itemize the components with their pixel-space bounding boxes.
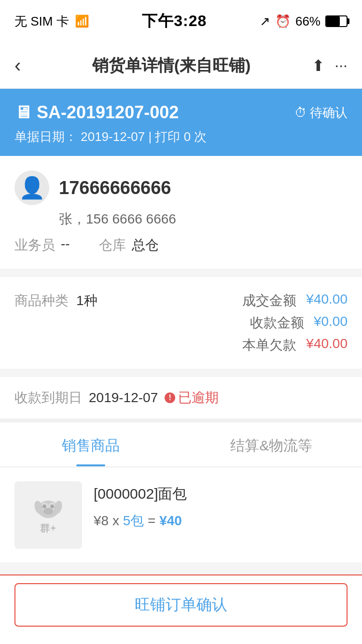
avatar: 👤 <box>14 170 49 205</box>
product-thumb-inner: 群+ <box>34 496 63 535</box>
share-button[interactable]: ⬆ <box>312 56 325 75</box>
owl-svg-icon <box>34 496 63 520</box>
carrier-text: 无 SIM 卡 <box>14 13 69 30</box>
order-icon: 🖥 <box>14 102 32 123</box>
alarm-icon: ⏰ <box>275 14 291 29</box>
nav-actions: ⬆ ··· <box>299 56 348 75</box>
owed-value: ¥40.00 <box>306 336 348 354</box>
amount-value: ¥40.00 <box>306 292 348 310</box>
received-value: ¥0.00 <box>314 314 348 332</box>
customer-section: 👤 17666666666 张，156 6666 6666 业务员 -- 仓库 … <box>0 156 362 269</box>
overdue-text: 已逾期 <box>178 389 219 407</box>
owed-label: 本单欠款 <box>242 336 296 354</box>
product-info: [0000002]面包 ¥8 x 5包 = ¥40 <box>94 481 348 530</box>
status-clock-icon: ⏱ <box>294 105 307 120</box>
product-name: [0000002]面包 <box>94 484 348 504</box>
quantity-text: 5包 <box>123 513 144 528</box>
owed-row: 本单欠款 ¥40.00 <box>242 336 348 354</box>
status-bar: 无 SIM 卡 📶 下午3:28 ↗ ⏰ 66% <box>0 0 362 42</box>
date-label: 单据日期： <box>14 129 77 144</box>
battery-percent: 66% <box>295 14 320 29</box>
product-price: ¥8 x 5包 = ¥40 <box>94 512 348 530</box>
date-value: 2019-12-07 <box>81 129 145 144</box>
tab-settlement-label: 结算&物流等 <box>230 437 312 453</box>
product-section: 群+ [0000002]面包 ¥8 x 5包 = ¥40 <box>0 468 362 562</box>
tab-sales[interactable]: 销售商品 <box>0 422 181 466</box>
equals-text: = <box>144 513 159 528</box>
sales-meta: 业务员 -- <box>14 236 70 254</box>
customer-row: 👤 17666666666 <box>14 170 348 205</box>
location-icon: ↗ <box>260 14 270 29</box>
status-time: 下午3:28 <box>142 11 207 32</box>
overdue-dot-icon: ! <box>165 392 175 403</box>
product-item: 群+ [0000002]面包 ¥8 x 5包 = ¥40 <box>14 481 348 549</box>
received-row: 收款金额 ¥0.00 <box>242 314 348 332</box>
tab-sales-label: 销售商品 <box>62 437 120 453</box>
brand-text: 群+ <box>40 522 56 535</box>
customer-meta: 业务员 -- 仓库 总仓 <box>14 236 348 254</box>
print-info: | 打印 0 次 <box>148 129 207 144</box>
due-date: 2019-12-07 <box>89 390 158 406</box>
warehouse-meta: 仓库 总仓 <box>99 236 159 254</box>
overdue-badge: ! 已逾期 <box>165 389 219 407</box>
due-label: 收款到期日 <box>14 389 82 407</box>
order-id-text: SA-20191207-002 <box>37 102 179 123</box>
bottom-bar: 旺铺订单确认 <box>0 574 362 644</box>
category-value: 1种 <box>76 292 97 310</box>
order-status: ⏱ 待确认 <box>294 104 348 121</box>
warehouse-value: 总仓 <box>132 236 159 254</box>
order-id: 🖥 SA-20191207-002 <box>14 102 179 123</box>
tab-settlement[interactable]: 结算&物流等 <box>181 422 362 466</box>
summary-right: 成交金额 ¥40.00 收款金额 ¥0.00 本单欠款 ¥40.00 <box>242 292 348 354</box>
amount-row: 成交金额 ¥40.00 <box>242 292 348 310</box>
summary-left: 商品种类 1种 <box>14 292 97 310</box>
battery-icon <box>325 15 348 27</box>
received-label: 收款金额 <box>250 314 304 332</box>
total-text: ¥40 <box>159 513 182 528</box>
status-left: 无 SIM 卡 📶 <box>14 13 89 30</box>
order-date: 单据日期： 2019-12-07 | 打印 0 次 <box>14 128 348 145</box>
due-section: 收款到期日 2019-12-07 ! 已逾期 <box>0 377 362 422</box>
back-button[interactable]: ‹ <box>14 55 43 76</box>
customer-name: 张，156 6666 6666 <box>59 210 348 228</box>
product-thumbnail: 群+ <box>14 481 82 549</box>
nav-bar: ‹ 销货单详情(来自旺铺) ⬆ ··· <box>0 42 362 89</box>
wifi-icon: 📶 <box>75 14 89 28</box>
tabs-section: 销售商品 结算&物流等 <box>0 422 362 467</box>
sales-value: -- <box>61 236 70 254</box>
sales-label: 业务员 <box>14 236 55 254</box>
warehouse-label: 仓库 <box>99 236 126 254</box>
category-label: 商品种类 <box>14 292 69 310</box>
status-text: 待确认 <box>310 104 348 121</box>
price-text: ¥8 x <box>94 513 123 528</box>
order-banner: 🖥 SA-20191207-002 ⏱ 待确认 单据日期： 2019-12-07… <box>0 89 362 156</box>
svg-point-4 <box>50 504 54 508</box>
page-title: 销货单详情(来自旺铺) <box>43 55 299 77</box>
amount-label: 成交金额 <box>242 292 296 310</box>
more-button[interactable]: ··· <box>334 56 348 74</box>
svg-point-3 <box>42 504 46 508</box>
customer-phone: 17666666666 <box>59 178 171 198</box>
confirm-order-button[interactable]: 旺铺订单确认 <box>14 583 348 627</box>
avatar-icon: 👤 <box>19 175 45 200</box>
status-right: ↗ ⏰ 66% <box>260 14 348 29</box>
summary-section: 商品种类 1种 成交金额 ¥40.00 收款金额 ¥0.00 本单欠款 ¥40.… <box>0 277 362 369</box>
